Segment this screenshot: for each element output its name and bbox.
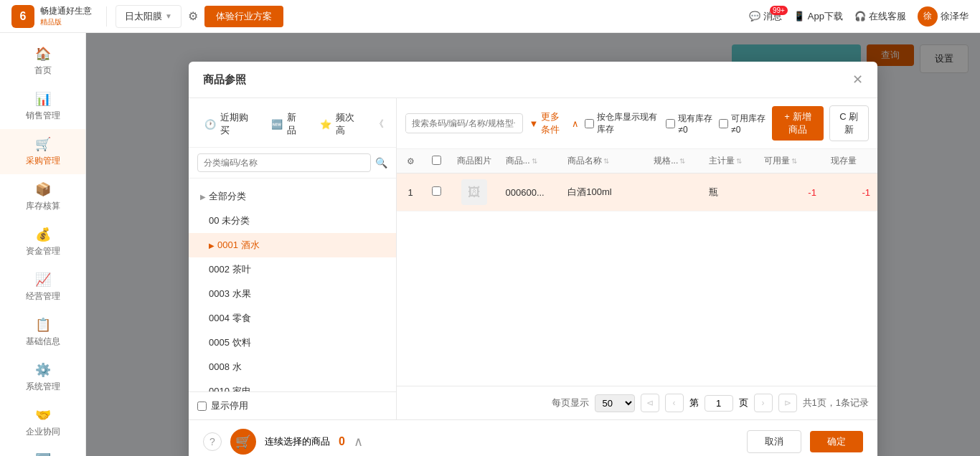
- cell-num: 1: [397, 174, 424, 212]
- existing-stock-checkbox[interactable]: [666, 119, 675, 128]
- refresh-button[interactable]: C 刷新: [829, 105, 869, 141]
- cat-arrow-0001: ▶: [209, 242, 215, 250]
- sort-spec[interactable]: 规格... ⇅: [654, 155, 694, 167]
- category-search-icon[interactable]: 🔍: [375, 157, 387, 168]
- settings-table-icon[interactable]: ⚙: [407, 156, 415, 166]
- cat-label-all: 全部分类: [209, 190, 246, 203]
- inventory-icon: 📦: [35, 181, 51, 197]
- sort-avail[interactable]: 可用量 ⇅: [764, 155, 816, 167]
- product-code: 000600...: [506, 187, 545, 198]
- continuous-select-label: 连续选择的商品: [265, 435, 330, 448]
- sidebar-item-guide[interactable]: 🆕 新手引导: [0, 445, 85, 456]
- cat-label-0008: 0008 水: [209, 361, 242, 374]
- show-disabled-label[interactable]: 显示停用: [211, 399, 248, 412]
- show-disabled-checkbox[interactable]: [197, 402, 207, 411]
- sort-name[interactable]: 商品名称 ⇅: [567, 155, 639, 167]
- sort-img[interactable]: 商品图片: [457, 155, 491, 167]
- available-stock-checkbox[interactable]: [719, 119, 728, 128]
- warehouse-checkbox[interactable]: [585, 119, 594, 128]
- category-item-0008[interactable]: 0008 水: [189, 355, 396, 379]
- category-item-all[interactable]: ▶ 全部分类: [189, 184, 396, 209]
- first-page-btn[interactable]: ⊲: [641, 394, 659, 412]
- sidebar-item-inventory[interactable]: 📦 库存核算: [0, 174, 85, 219]
- col-img-label: 商品图片: [457, 155, 491, 167]
- quick-recent-btn[interactable]: 🕐 近期购买: [197, 107, 264, 141]
- app-download-btn[interactable]: 📱 App下载: [793, 10, 843, 23]
- guide-icon: 🆕: [35, 452, 51, 456]
- top-nav: 6 畅捷通好生意 精品版 日太阳膜 ▼ ⚙ 体验行业方案 💬 消息 99+ 📱 …: [0, 0, 980, 33]
- sidebar-item-purchase[interactable]: 🛒 采购管理: [0, 129, 85, 174]
- category-search-input[interactable]: [197, 153, 371, 172]
- service-btn[interactable]: 🎧 在线客服: [854, 10, 906, 23]
- category-item-0003[interactable]: 0003 水果: [189, 282, 396, 306]
- sidebar-item-home[interactable]: 🏠 首页: [0, 39, 85, 84]
- cart-icon[interactable]: 🛒: [230, 429, 256, 455]
- sort-unit[interactable]: 主计量 ⇅: [709, 155, 750, 167]
- sales-icon: 📊: [35, 91, 51, 107]
- purchase-icon: 🛒: [35, 136, 51, 152]
- col-header-check: [424, 149, 449, 174]
- quick-frequent-btn[interactable]: ⭐ 频次高: [313, 107, 370, 141]
- branch-dropdown[interactable]: 日太阳膜 ▼: [116, 5, 182, 28]
- trial-button[interactable]: 体验行业方案: [204, 6, 283, 27]
- sidebar-item-collab[interactable]: 🤝 企业协同: [0, 400, 85, 445]
- add-product-button[interactable]: + 新增商品: [772, 106, 824, 141]
- row-checkbox[interactable]: [432, 186, 441, 196]
- modal-close-icon[interactable]: ✕: [852, 72, 863, 87]
- sort-code[interactable]: 商品... ⇅: [506, 155, 554, 167]
- collapse-left-btn[interactable]: 《: [370, 115, 387, 133]
- cancel-button[interactable]: 取消: [747, 430, 801, 453]
- cat-arrow-all: ▶: [200, 193, 206, 201]
- page-size-select[interactable]: 50 100 200: [595, 394, 635, 412]
- category-list: ▶ 全部分类 00 未分类 ▶ 0001 酒水 0002 茶: [189, 179, 396, 391]
- sidebar-label-home: 首页: [34, 65, 52, 77]
- existing-stock-checkbox-row[interactable]: 现有库存≠0: [666, 113, 713, 135]
- product-search-input[interactable]: [406, 115, 521, 132]
- sidebar-item-system[interactable]: ⚙️ 系统管理: [0, 355, 85, 400]
- sidebar-item-sales[interactable]: 📊 销售管理: [0, 84, 85, 129]
- page-number-input[interactable]: [705, 395, 733, 412]
- message-btn[interactable]: 💬 消息 99+: [749, 10, 782, 23]
- next-page-btn[interactable]: ›: [754, 394, 773, 412]
- sidebar-item-basic[interactable]: 📋 基础信息: [0, 310, 85, 355]
- product-search-btn[interactable]: 🔍: [521, 114, 523, 133]
- available-stock-checkbox-row[interactable]: 可用库存≠0: [719, 113, 766, 135]
- select-all-checkbox[interactable]: [432, 156, 441, 165]
- modal-left-panel: 🕐 近期购买 🆕 新品 ⭐ 频次高 《: [189, 98, 397, 419]
- help-icon[interactable]: ?: [203, 432, 222, 451]
- modal-title: 商品参照: [203, 73, 246, 87]
- product-image-placeholder: 🖼: [461, 179, 487, 205]
- category-item-0010[interactable]: 0010 家电: [189, 379, 396, 391]
- category-item-00[interactable]: 00 未分类: [189, 209, 396, 233]
- warehouse-checkbox-row[interactable]: 按仓库显示现有库存: [585, 111, 660, 136]
- category-item-0002[interactable]: 0002 茶叶: [189, 257, 396, 282]
- col-unit-label: 主计量: [709, 155, 735, 167]
- category-item-0001[interactable]: ▶ 0001 酒水: [189, 233, 396, 257]
- modal-body: 🕐 近期购买 🆕 新品 ⭐ 频次高 《: [189, 98, 877, 419]
- service-label: 在线客服: [869, 10, 906, 23]
- app-label: App下载: [808, 10, 843, 23]
- table-row[interactable]: 1 🖼 000600...: [397, 174, 877, 212]
- more-conditions-btn[interactable]: ▼ 更多条件 ∧: [529, 110, 579, 136]
- settings-icon[interactable]: ⚙: [182, 5, 204, 28]
- branch-label: 日太阳膜: [125, 10, 162, 23]
- user-menu[interactable]: 徐 徐泽华: [918, 6, 969, 27]
- available-label: 可用库存≠0: [731, 113, 766, 135]
- prev-page-btn[interactable]: ‹: [665, 394, 684, 412]
- cell-code: 000600...: [499, 174, 561, 212]
- sidebar: 🏠 首页 📊 销售管理 🛒 采购管理 📦 库存核算 💰 资金管理 📈 经营管理 …: [0, 33, 86, 456]
- col-name-label: 商品名称: [567, 155, 602, 167]
- cat-label-0002: 0002 茶叶: [209, 263, 251, 276]
- confirm-button[interactable]: 确定: [810, 431, 863, 452]
- sidebar-item-business[interactable]: 📈 经营管理: [0, 265, 85, 310]
- last-page-btn[interactable]: ⊳: [778, 394, 797, 412]
- footer-collapse-icon[interactable]: ∧: [354, 434, 363, 450]
- sort-stock[interactable]: 现存量: [831, 155, 870, 167]
- quick-new-btn[interactable]: 🆕 新品: [264, 107, 313, 141]
- sidebar-item-finance[interactable]: 💰 资金管理: [0, 219, 85, 265]
- col-code-label: 商品...: [506, 155, 530, 167]
- product-unit: 瓶: [709, 186, 718, 197]
- category-item-0004[interactable]: 0004 零食: [189, 306, 396, 331]
- category-search-row: 🔍: [189, 148, 396, 179]
- category-item-0005[interactable]: 0005 饮料: [189, 331, 396, 355]
